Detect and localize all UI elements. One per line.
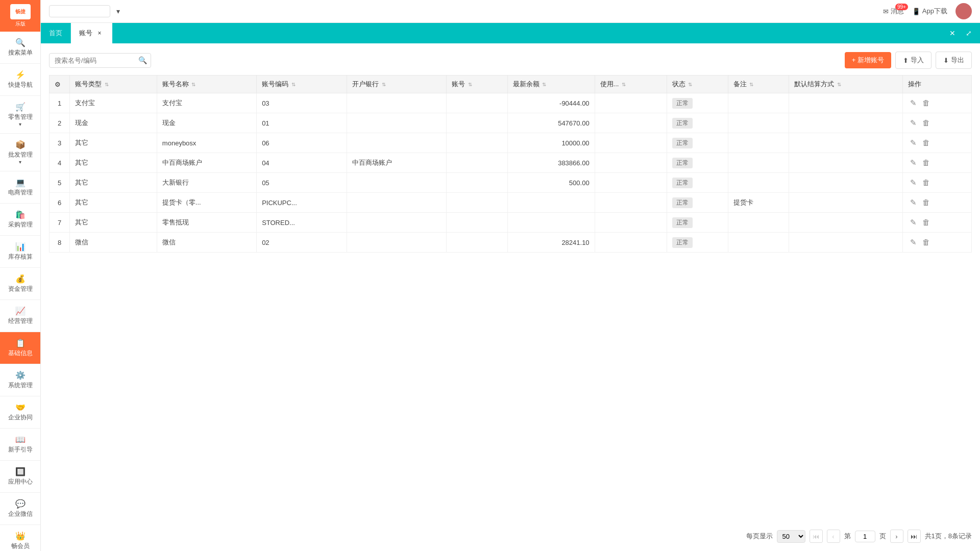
- page-size-select[interactable]: 50 100 200: [777, 530, 805, 543]
- delete-button[interactable]: 🗑: [920, 117, 932, 128]
- edit-button[interactable]: ✎: [908, 197, 919, 208]
- tab-expand-button[interactable]: ⤢: [962, 26, 976, 40]
- sidebar-item-purchase[interactable]: 🛍️ 采购管理: [0, 204, 40, 236]
- sidebar-item-wechat[interactable]: 💬 企业微信: [0, 493, 40, 525]
- agreement-icon: 🤝: [15, 403, 26, 412]
- delete-button[interactable]: 🗑: [920, 157, 932, 168]
- sidebar-item-wholesale[interactable]: 📦 批发管理 ▾: [0, 134, 40, 171]
- sidebar-item-retail[interactable]: 🛒 零售管理 ▾: [0, 96, 40, 134]
- page-label-before: 第: [844, 532, 851, 541]
- row-name: 中百商场账户: [157, 153, 256, 173]
- row-code: 04: [257, 153, 347, 173]
- delete-button[interactable]: 🗑: [920, 237, 932, 247]
- row-account: [447, 133, 508, 153]
- chevron-down-icon: ▾: [19, 121, 21, 127]
- sidebar-item-guide[interactable]: 📖 新手引导: [0, 429, 40, 461]
- row-actions: ✎ 🗑: [902, 173, 971, 193]
- edit-button[interactable]: ✎: [908, 177, 919, 188]
- edit-button[interactable]: ✎: [908, 237, 919, 248]
- row-num: 6: [50, 193, 70, 213]
- import-button[interactable]: ⬆ 导入: [895, 52, 932, 69]
- row-code: 02: [257, 233, 347, 253]
- row-notes: [728, 133, 789, 153]
- row-num: 4: [50, 153, 70, 173]
- operations-icon: 📈: [15, 306, 26, 316]
- tab-close-all-button[interactable]: ✕: [945, 26, 960, 40]
- row-name: 支付宝: [157, 93, 256, 113]
- page-first-button[interactable]: ⏮: [810, 530, 823, 543]
- table-row: 1 支付宝 支付宝 03 -90444.00 正常 ✎ 🗑: [50, 93, 972, 113]
- page-input[interactable]: [855, 531, 875, 542]
- row-num: 7: [50, 213, 70, 233]
- account-search-input[interactable]: [49, 53, 151, 68]
- edit-button[interactable]: ✎: [908, 117, 919, 129]
- message-button[interactable]: ✉ 消息 99+: [883, 7, 904, 16]
- sidebar-item-member[interactable]: 👑 畅会员: [0, 525, 40, 551]
- page-size-label: 每页显示: [746, 532, 773, 541]
- basic-icon: 📋: [15, 338, 26, 348]
- sidebar-item-finance-label: 资金管理: [8, 285, 33, 293]
- tab-account[interactable]: 账号 ×: [71, 23, 112, 43]
- edit-button[interactable]: ✎: [908, 97, 919, 109]
- row-type: 其它: [70, 213, 157, 233]
- chevron-down-icon2: ▾: [19, 159, 21, 165]
- tab-account-close[interactable]: ×: [95, 29, 104, 37]
- global-search-input[interactable]: [49, 5, 110, 17]
- row-settlement: [789, 113, 902, 133]
- row-status: 正常: [667, 173, 728, 193]
- sidebar-item-search[interactable]: 🔍 搜索菜单: [0, 32, 40, 64]
- wechat-icon: 💬: [15, 499, 26, 509]
- table-row: 8 微信 微信 02 28241.10 正常 ✎ 🗑: [50, 233, 972, 253]
- row-bank: [347, 113, 446, 133]
- app-download-button[interactable]: 📱 App下载: [912, 7, 947, 16]
- account-search-button[interactable]: 🔍: [138, 56, 147, 64]
- row-bank: [347, 133, 446, 153]
- delete-button[interactable]: 🗑: [920, 137, 932, 148]
- page-next-button[interactable]: ›: [890, 530, 903, 543]
- row-account: [447, 233, 508, 253]
- tab-home[interactable]: 首页: [41, 23, 71, 43]
- page-last-button[interactable]: ⏭: [908, 530, 921, 543]
- sidebar-item-appcenter[interactable]: 🔲 应用中心: [0, 461, 40, 493]
- table-header-row: ⚙ 账号类型 ⇅ 账号名称 ⇅ 账号编码 ⇅ 开户银行 ⇅ 账号 ⇅ 最新余额 …: [50, 76, 972, 93]
- edit-button[interactable]: ✎: [908, 217, 919, 228]
- row-notes: [728, 173, 789, 193]
- page-label-after: 页: [879, 532, 886, 541]
- top-bar-left: ▾: [49, 5, 120, 17]
- export-button[interactable]: ⬇ 导出: [936, 52, 972, 69]
- row-account: [447, 213, 508, 233]
- sidebar-item-ecommerce[interactable]: 💻 电商管理: [0, 171, 40, 204]
- row-balance: [507, 213, 595, 233]
- sidebar-item-system[interactable]: ⚙️ 系统管理: [0, 364, 40, 396]
- row-settlement: [789, 153, 902, 173]
- page-prev-button[interactable]: ‹: [827, 530, 840, 543]
- user-avatar[interactable]: [955, 3, 972, 19]
- sidebar-item-operations[interactable]: 📈 经营管理: [0, 300, 40, 332]
- delete-button[interactable]: 🗑: [920, 97, 932, 108]
- row-status: 正常: [667, 213, 728, 233]
- delete-button[interactable]: 🗑: [920, 217, 932, 228]
- delete-button[interactable]: 🗑: [920, 177, 932, 188]
- dropdown-button[interactable]: ▾: [116, 7, 120, 15]
- row-usage: [595, 113, 667, 133]
- edit-button[interactable]: ✎: [908, 137, 919, 148]
- delete-button[interactable]: 🗑: [920, 197, 932, 208]
- row-code: 05: [257, 173, 347, 193]
- sidebar-item-wechat-label: 企业微信: [8, 510, 33, 518]
- row-status: 正常: [667, 193, 728, 213]
- sidebar-item-agreement[interactable]: 🤝 企业协同: [0, 396, 40, 429]
- add-account-button[interactable]: + 新增账号: [845, 52, 891, 68]
- edit-button[interactable]: ✎: [908, 157, 919, 168]
- sidebar-item-basic[interactable]: 📋 基础信息: [0, 332, 40, 364]
- row-usage: [595, 173, 667, 193]
- logo-icon: 畅捷: [10, 4, 31, 19]
- sidebar-item-finance[interactable]: 💰 资金管理: [0, 268, 40, 300]
- sidebar-item-basic-label: 基础信息: [8, 349, 33, 358]
- row-actions: ✎ 🗑: [902, 113, 971, 133]
- sidebar-item-inventory[interactable]: 📊 库存核算: [0, 236, 40, 268]
- sidebar-item-quicknav[interactable]: ⚡ 快捷导航: [0, 64, 40, 96]
- row-notes: [728, 233, 789, 253]
- col-settings[interactable]: ⚙: [50, 76, 70, 93]
- row-num: 2: [50, 113, 70, 133]
- row-balance: 383866.00: [507, 153, 595, 173]
